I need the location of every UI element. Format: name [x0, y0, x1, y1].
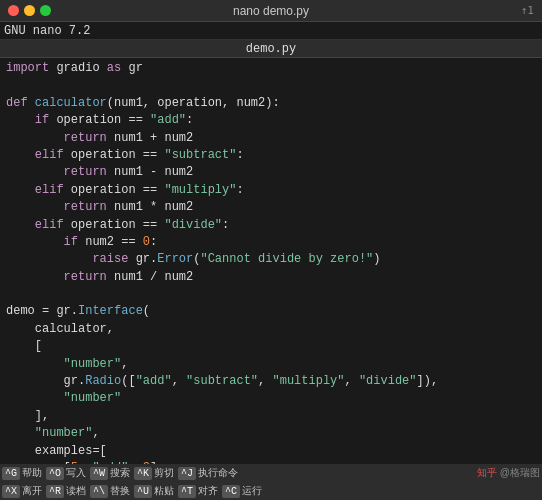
watermark-text: @格瑞图 [500, 467, 540, 478]
shortcut-label-run: 运行 [242, 484, 262, 498]
code-line-5: return num1 + num2 [6, 130, 536, 147]
shortcut-help: ^G 帮助 [2, 466, 42, 480]
code-line-23: examples=[ [6, 443, 536, 460]
code-line-13: return num1 / num2 [6, 269, 536, 286]
watermark: 知乎 @格瑞图 [477, 466, 540, 480]
shortcut-label-align: 对齐 [198, 484, 218, 498]
shortcut-label-exit: 离开 [22, 484, 42, 498]
nano-version-bar: GNU nano 7.2 [0, 22, 542, 40]
shortcut-run: ^C 运行 [222, 484, 262, 498]
title-bar: nano demo.py ↑1 [0, 0, 542, 22]
corner-indicator: ↑1 [521, 4, 534, 17]
code-line-19: gr.Radio(["add", "subtract", "multiply",… [6, 373, 536, 390]
shortcut-search: ^W 搜索 [90, 466, 130, 480]
code-line-6: elif operation == "subtract": [6, 147, 536, 164]
shortcut-label-write: 写入 [66, 466, 86, 480]
code-line-11: if num2 == 0: [6, 234, 536, 251]
shortcut-key-run: ^C [222, 485, 240, 498]
terminal-window: nano demo.py ↑1 GNU nano 7.2 demo.py imp… [0, 0, 542, 500]
code-line-18: "number", [6, 356, 536, 373]
shortcut-paste: ^U 粘贴 [134, 484, 174, 498]
window-title: nano demo.py [233, 4, 309, 18]
code-line-10: elif operation == "divide": [6, 217, 536, 234]
shortcut-key-read: ^R [46, 485, 64, 498]
file-tab[interactable]: demo.py [238, 42, 304, 56]
shortcut-key-write: ^O [46, 467, 64, 480]
shortcut-read: ^R 读档 [46, 484, 86, 498]
nano-version: GNU nano 7.2 [4, 24, 90, 38]
code-line-9: return num1 * num2 [6, 199, 536, 216]
shortcut-write: ^O 写入 [46, 466, 86, 480]
shortcut-bar-2: ^X 离开 ^R 读档 ^\ 替换 ^U 粘贴 ^T 对齐 ^C 运行 [0, 482, 542, 500]
code-line-8: elif operation == "multiply": [6, 182, 536, 199]
shortcut-key-exec: ^J [178, 467, 196, 480]
shortcut-label-exec: 执行命令 [198, 466, 238, 480]
code-line-22: "number", [6, 425, 536, 442]
code-line-3: def calculator(num1, operation, num2): [6, 95, 536, 112]
shortcut-label-search: 搜索 [110, 466, 130, 480]
code-line-15: demo = gr.Interface( [6, 303, 536, 320]
shortcut-label-cut: 剪切 [154, 466, 174, 480]
maximize-button[interactable] [40, 5, 51, 16]
code-line-7: return num1 - num2 [6, 164, 536, 181]
code-line-21: ], [6, 408, 536, 425]
close-button[interactable] [8, 5, 19, 16]
shortcut-bar-1: ^G 帮助 ^O 写入 ^W 搜索 ^K 剪切 ^J 执行命令 知乎 @格瑞图 [0, 464, 542, 482]
watermark-icon: 知乎 [477, 467, 497, 478]
code-line-20: "number" [6, 390, 536, 407]
shortcut-label-read: 读档 [66, 484, 86, 498]
code-area[interactable]: import gradio as gr def calculator(num1,… [0, 58, 542, 464]
traffic-lights [8, 5, 51, 16]
code-line-2 [6, 77, 536, 94]
shortcut-key-cut: ^K [134, 467, 152, 480]
shortcut-replace: ^\ 替换 [90, 484, 130, 498]
shortcut-exec: ^J 执行命令 [178, 466, 238, 480]
shortcut-key-help: ^G [2, 467, 20, 480]
shortcut-key-align: ^T [178, 485, 196, 498]
code-line-14 [6, 286, 536, 303]
shortcut-key-search: ^W [90, 467, 108, 480]
shortcut-cut: ^K 剪切 [134, 466, 174, 480]
code-line-1: import gradio as gr [6, 60, 536, 77]
code-line-12: raise gr.Error("Cannot divide by zero!") [6, 251, 536, 268]
shortcut-label-paste: 粘贴 [154, 484, 174, 498]
shortcut-exit: ^X 离开 [2, 484, 42, 498]
shortcut-key-paste: ^U [134, 485, 152, 498]
minimize-button[interactable] [24, 5, 35, 16]
code-line-17: [ [6, 338, 536, 355]
shortcut-key-exit: ^X [2, 485, 20, 498]
shortcut-label-help: 帮助 [22, 466, 42, 480]
code-line-16: calculator, [6, 321, 536, 338]
file-tab-bar: demo.py [0, 40, 542, 58]
shortcut-key-replace: ^\ [90, 485, 108, 498]
shortcut-align: ^T 对齐 [178, 484, 218, 498]
code-line-4: if operation == "add": [6, 112, 536, 129]
shortcut-label-replace: 替换 [110, 484, 130, 498]
